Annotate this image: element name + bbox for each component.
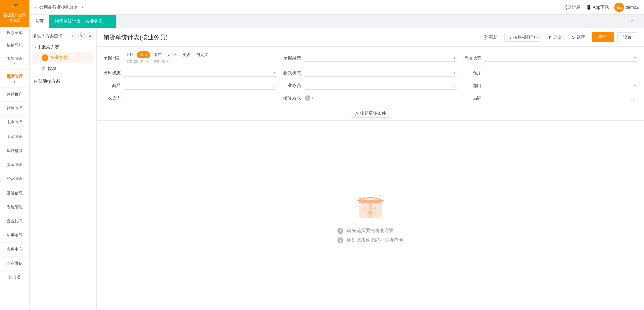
sidebar-search[interactable]: 搜索菜单 [0,27,29,39]
tab-sales-stat[interactable]: 销货单统计表（按业务员） × [49,15,117,28]
collapse-btn[interactable]: ⋀ 收起更多条件 [351,109,390,118]
sidebar-item-purchase[interactable]: 采购管理 [0,130,29,144]
sidebar-item-ecommerce[interactable]: 电商管理 [0,116,29,130]
sidebar-item-marketing[interactable]: 营销推广 [0,88,29,102]
sidebar-item-sales[interactable]: 销售管理 [0,102,29,116]
export-btn[interactable]: ⬆ 导出 [545,33,565,42]
sidebar-item-cooperation[interactable]: 企业协同 [0,214,29,228]
main-area: 办公用品行业模拟账套 ▾ 💬 消息 📱 App下载 Ea demo2 首页 [30,0,644,310]
sidebar-item-system[interactable]: 系统管理 [0,200,29,214]
sidebar-item-label: 零售管理 [1,56,28,62]
outstatus-control[interactable]: ▾ [123,69,277,77]
chevron-down-icon: ▾ [454,56,456,60]
date-controls: 上月 本月 本年 近7天 更多 自定义 2023-03-01 至 2023-03… [123,51,277,65]
empty-step-1: 1 请先选择要分析的方案 [337,228,403,234]
chevron-down-icon: ▾ [454,71,456,75]
sidebar-item-member[interactable]: 畅会员 [0,271,29,285]
search-menu-label: 搜索菜单 [2,30,27,36]
section-desktop-title[interactable]: ▾ 电脑端方案 [32,43,94,52]
right-panel: 销货单统计表(按业务员) ❓ 帮助 🖨 按模板打印 ▾ ⬆ 导出 [97,28,644,310]
empty-steps: 1 请先选择要分析的方案 2 用过滤条件来缩小分析范围 [337,228,403,243]
plan-label: 按业务员 [50,55,68,61]
date-btn-last-month[interactable]: 上月 [123,51,136,58]
panel-add-btn[interactable]: + [69,32,76,40]
step-1-label: 请先选择要分析的方案 [347,228,394,234]
receiptstatus-label: 收款状态 [283,70,301,76]
filter-row-1: 单据日期 上月 本月 本年 近7天 更多 自定义 2023-03-01 至 20… [103,51,637,65]
consignee-control[interactable]: ... [123,94,277,102]
section-mobile-title[interactable]: ▶ 移动端方案 [32,76,94,85]
app-logo-text: 畅捷通好生意 标准版 [4,13,26,23]
refresh-btn[interactable]: ↻ 刷新 [569,33,588,42]
brand-control[interactable]: ... [484,94,637,102]
sidebar-item-appcenter[interactable]: 应用中心 [0,243,29,257]
tab-home[interactable]: 首页 [30,15,49,28]
dept-label: 部门 [464,83,481,89]
step-num-1: 1 [337,228,343,234]
messages-btn[interactable]: 💬 消息 [565,4,581,10]
app-download-btn[interactable]: 📱 App下载 [586,4,609,10]
dept-control[interactable]: ▾ [484,82,637,89]
tab-close-icon[interactable]: × [109,19,111,23]
plan-by-salesperson[interactable]: 人 按业务员 [32,52,94,63]
docstatus-control[interactable]: ▾ [484,54,637,62]
more-icon[interactable]: ... [271,83,276,88]
panel-header: 按以下方案查询 + ✎ « [32,32,94,40]
filter-receiptstatus-field: 收款状态 ▾ [283,69,457,77]
download-icon: 📱 [586,5,591,10]
sidebar-item-label: 经营管理 [1,176,28,182]
receiptstatus-control[interactable]: ▾ [304,69,457,77]
topbar-title: 办公用品行业模拟账套 [35,4,78,10]
sidebar-item-inventory[interactable]: 库存核算 [0,144,29,158]
warehouse-control[interactable]: ... [484,69,637,77]
messages-label: 消息 [572,4,581,10]
section-label: 电脑端方案 [38,44,59,50]
sidebar-item-label: 畅会员 [1,275,28,280]
query-button[interactable]: 查询 [592,32,614,42]
sidebar-item-label: 企业微信 [1,261,28,266]
payment-clear-btn[interactable]: × [305,95,310,101]
sidebar-item-wholesale[interactable]: 批发管理 ▴ [0,70,29,88]
filter-salesperson-field: 业务员 ... [283,81,457,90]
sidebar-item-wechat[interactable]: 企业微信 [0,257,29,271]
chevron-down-icon: ▾ [312,96,314,100]
sidebar-item-basicinfo[interactable]: 基础信息 [0,186,29,200]
sidebar-item-operations[interactable]: 经营管理 [0,172,29,186]
filter-product-field: 商品 ... [103,81,277,90]
doctype-control[interactable]: ▾ [304,54,457,62]
date-btn-custom[interactable]: 自定义 [194,51,210,58]
setting-button[interactable]: 设置 [617,32,637,42]
salesperson-control[interactable]: ... [304,81,457,90]
plan-by-order[interactable]: ⊞ 按单 [32,64,94,74]
date-btn-last7[interactable]: 近7天 [165,51,179,58]
sidebar-item-retail[interactable]: 零售管理 ▾ [0,52,29,70]
sidebar-quicknav[interactable]: 快捷导航 [0,39,29,52]
sidebar-item-newuser[interactable]: 新手引导 [0,228,29,243]
help-btn[interactable]: ❓ 帮助 [480,33,500,42]
tab-close-window-icon[interactable]: × [630,18,633,24]
date-btn-this-month[interactable]: 本月 [137,51,150,58]
sidebar-item-label: 采购管理 [1,134,28,140]
docstatus-label: 单据状态 [464,55,481,61]
date-btn-this-year[interactable]: 本年 [152,51,164,58]
panel-collapse-btn[interactable]: « [86,32,94,40]
consignee-input[interactable] [125,95,271,100]
sidebar-item-label: 新手引导 [1,232,28,238]
date-btn-more[interactable]: 更多 [181,51,193,58]
chevron-down-icon: ▾ [34,45,36,50]
product-control[interactable]: ... [123,81,277,90]
payment-control[interactable]: × ▾ [304,94,457,102]
tab-maximize-icon[interactable]: ⤢ [636,19,640,24]
more-icon[interactable]: ... [631,70,636,75]
filter-date-field: 单据日期 上月 本月 本年 近7天 更多 自定义 2023-03-01 至 20… [103,51,277,65]
user-menu[interactable]: Ea demo2 [614,3,639,12]
edit-icon: ✎ [79,34,83,38]
more-icon[interactable]: ... [631,95,636,101]
help-icon: ❓ [482,35,488,40]
topbar-dropdown-icon[interactable]: ▾ [81,5,83,10]
more-icon[interactable]: ... [271,95,276,100]
panel-edit-btn[interactable]: ✎ [77,32,85,40]
print-btn[interactable]: 🖨 按模板打印 ▾ [504,33,541,42]
sidebar-item-finance[interactable]: 资金管理 [0,158,29,172]
more-icon[interactable]: ... [451,83,456,88]
